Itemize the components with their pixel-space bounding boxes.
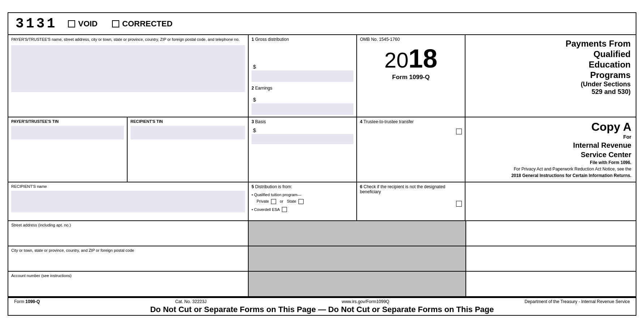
copy-a-cell: Copy A For Internal Revenue Service Cent… — [465, 117, 636, 181]
year-display: 2018 — [360, 46, 462, 72]
box6-checkbox[interactable] — [456, 201, 462, 207]
file-line2: For Privacy Act and Paperwork Reduction … — [514, 167, 632, 172]
box6-text: Check if the recipient is not the design… — [360, 184, 445, 194]
city-gray — [249, 246, 466, 271]
year-suffix: 18 — [408, 44, 437, 73]
box4-checkbox[interactable] — [456, 129, 462, 134]
bottom-dept: Department of the Treasury - Internal Re… — [525, 299, 630, 304]
top-header: 3131 VOID CORRECTED — [8, 13, 636, 35]
omb-number: OMB No. 1545-1760 — [360, 37, 400, 42]
box4-text: Trustee-to-trustee transfer — [364, 119, 414, 124]
state-label: State — [287, 198, 296, 205]
box1-dollar: $ — [252, 64, 353, 70]
bottom-section: Form 1099-Q Cat. No. 32223J www.irs.gov/… — [8, 297, 636, 315]
recipient-tin-label: RECIPIENT'S TIN — [130, 119, 245, 124]
corrected-checkbox-label[interactable]: CORRECTED — [112, 19, 172, 29]
copy-a-big: Copy A — [591, 120, 631, 134]
box4-label: 4 Trustee-to-trustee transfer — [360, 119, 462, 124]
account-gray — [249, 272, 466, 296]
street-cell: Street address (including apt. no.) — [8, 221, 249, 246]
void-text: VOID — [78, 19, 98, 29]
or-label: or — [280, 198, 283, 205]
bottom-do-not-cut: Do Not Cut or Separate Forms on This Pag… — [14, 305, 630, 314]
row3: RECIPIENT'S name 5 Distribution is from:… — [8, 182, 636, 221]
state-checkbox[interactable] — [299, 199, 304, 204]
irs-line2: Service Center — [573, 150, 631, 159]
recipient-name-label: RECIPIENT'S name — [11, 184, 245, 189]
coverdell-label: • Coverdell ESA — [252, 206, 280, 213]
box2-number: 2 — [252, 86, 254, 91]
distribution-options: • Qualified tuition program— Private or … — [252, 191, 353, 213]
file-notice: File with Form 1096. For Privacy Act and… — [511, 159, 631, 179]
account-label: Account number (see instructions) — [11, 273, 245, 278]
bottom-url: www.irs.gov/Form1099Q — [342, 299, 389, 304]
bottom-form-label: Form — [14, 299, 24, 304]
private-state-row: Private or State — [257, 198, 353, 205]
row4: Street address (including apt. no.) — [8, 221, 636, 246]
street-label: Street address (including apt. no.) — [11, 223, 245, 227]
box5-text: Distribution is from: — [255, 184, 292, 189]
row2: PAYER'S/TRUSTEE'S TIN RECIPIENT'S TIN 3 … — [8, 117, 636, 182]
box6-checkbox-row — [360, 201, 462, 207]
box3-dollar: $ — [252, 127, 353, 133]
payer-name-label: PAYER'S/TRUSTEE'S name, street address, … — [11, 37, 245, 42]
box5-label: 5 Distribution is from: — [252, 184, 353, 189]
city-far-right — [466, 246, 636, 271]
payer-name-input[interactable] — [11, 45, 245, 92]
form-name-line: Form 1099-Q — [360, 74, 462, 81]
box2-input[interactable] — [252, 103, 353, 115]
row1: PAYER'S/TRUSTEE'S name, street address, … — [8, 35, 636, 117]
private-label: Private — [257, 198, 269, 205]
box1-label: 1 Gross distribution — [252, 37, 353, 42]
for-irs: For Internal Revenue Service Center — [573, 134, 631, 159]
file-line1: File with Form 1096. — [590, 160, 631, 165]
copy-a-lower-cell — [465, 182, 636, 220]
payer-tin-cell: PAYER'S/TRUSTEE'S TIN — [8, 117, 128, 181]
bottom-cat: Cat. No. 32223J — [175, 299, 207, 304]
recipient-name-cell: RECIPIENT'S name — [8, 182, 249, 220]
void-checkbox[interactable] — [68, 20, 75, 27]
street-gray — [249, 221, 466, 246]
box3-cell: 3 Basis $ — [249, 117, 357, 181]
payer-tin-input[interactable] — [11, 126, 124, 139]
box1-input[interactable] — [252, 70, 353, 82]
form-number-display: 3131 — [16, 16, 57, 31]
form-name: 1099-Q — [409, 74, 430, 81]
bottom-line1: Form 1099-Q Cat. No. 32223J www.irs.gov/… — [14, 299, 630, 304]
payer-name-cell: PAYER'S/TRUSTEE'S name, street address, … — [8, 35, 249, 117]
corrected-checkbox[interactable] — [112, 20, 119, 27]
payments-from: Payments From Qualified Education Progra… — [471, 39, 631, 96]
year-prefix: 20 — [385, 48, 409, 72]
row6: Account number (see instructions) — [8, 272, 636, 297]
box3-input[interactable] — [252, 134, 353, 144]
box5-cell: 5 Distribution is from: • Qualified tuit… — [249, 182, 357, 220]
box6-cell: 6 Check if the recipient is not the desi… — [357, 182, 465, 220]
row5: City or town, state or province, country… — [8, 246, 636, 272]
gross-distribution-cell: 1 Gross distribution $ 2 Earnings $ — [249, 35, 357, 117]
for-text: For — [573, 134, 631, 140]
city-cell: City or town, state or province, country… — [8, 246, 249, 271]
private-checkbox[interactable] — [271, 199, 276, 204]
far-right-top-cell: Payments From Qualified Education Progra… — [465, 35, 636, 117]
coverdell-row: • Coverdell ESA — [252, 206, 353, 213]
coverdell-checkbox[interactable] — [282, 207, 287, 212]
void-checkbox-label[interactable]: VOID — [68, 19, 98, 29]
payer-tin-label: PAYER'S/TRUSTEE'S TIN — [11, 119, 124, 124]
irs-line1: Internal Revenue — [573, 141, 631, 150]
recipient-name-input[interactable] — [11, 191, 245, 212]
box1-text: Gross distribution — [255, 37, 289, 42]
box5-number: 5 — [252, 184, 254, 189]
box3-label: 3 Basis — [252, 119, 353, 124]
box2-text: Earnings — [255, 86, 272, 91]
box4-checkbox-row — [360, 129, 462, 134]
box6-label: 6 Check if the recipient is not the desi… — [360, 184, 462, 194]
recipient-tin-input[interactable] — [130, 126, 245, 139]
account-far-right — [466, 272, 636, 296]
box4-cell: 4 Trustee-to-trustee transfer — [357, 117, 465, 181]
void-corrected-group: VOID CORRECTED — [68, 19, 172, 29]
file-line3: 2018 General Instructions for Certain In… — [511, 173, 631, 178]
qtp-label: • Qualified tuition program— — [252, 191, 353, 198]
box3-number: 3 — [252, 119, 254, 124]
box6-number: 6 — [360, 184, 362, 189]
recipient-tin-cell: RECIPIENT'S TIN — [128, 117, 249, 181]
